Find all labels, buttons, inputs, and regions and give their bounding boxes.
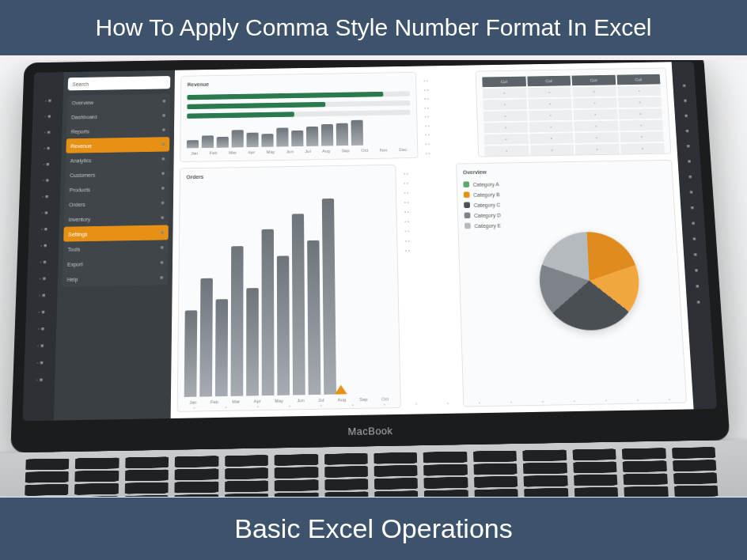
ruler-tick: ◦ ■ <box>36 109 60 123</box>
table-cell: ▫ <box>483 111 528 122</box>
indicator-dot-icon <box>161 246 164 249</box>
data-value: ▫ ▫ <box>405 229 451 236</box>
main-content: Revenue JanFebMarAprMayJunJulAugSepOctNo… <box>171 62 694 418</box>
progress-bar-0 <box>187 91 410 100</box>
data-value: ▫ ▫ <box>404 218 450 226</box>
progress-group <box>187 91 410 119</box>
keyboard-key <box>374 490 418 497</box>
table-cell: ▫ <box>574 121 618 132</box>
sidebar-item-11[interactable]: Export <box>63 255 168 271</box>
sidebar-item-12[interactable]: Help <box>63 270 169 286</box>
legend-item-4: Category E <box>465 222 502 229</box>
legend-swatch-icon <box>464 191 470 198</box>
laptop-mockup: ◦ ■◦ ■◦ ■◦ ■◦ ■◦ ■◦ ■◦ ■◦ ■◦ ■◦ ■◦ ■◦ ■◦… <box>8 60 736 497</box>
sidebar-item-label: Tools <box>68 246 81 252</box>
bar <box>276 128 288 147</box>
data-value: ▫ ▫ <box>425 142 470 149</box>
data-value: ▫ ▫ <box>425 132 470 140</box>
sidebar-item-label: Export <box>67 261 83 267</box>
sidebar-item-4[interactable]: Analytics <box>66 151 169 168</box>
panel-table: ColColColCol▫▫▫▫▫▫▫▫▫▫▫▫▫▫▫▫▫▫▫▫▫▫▫▫ <box>476 68 672 157</box>
ruler-tick: ■ <box>681 174 700 186</box>
revenue-x-labels: JanFebMarAprMayJunJulAugSepOctNovDec <box>187 147 411 155</box>
bar <box>261 134 273 147</box>
x-label: Jan <box>191 151 198 156</box>
data-value: ▫ ▫ <box>404 199 449 207</box>
table-cell: ▫ <box>575 144 620 155</box>
keyboard-key <box>324 479 368 490</box>
orders-bars <box>184 181 394 397</box>
sidebar-item-label: Revenue <box>70 143 92 149</box>
keyboard-key <box>124 495 168 497</box>
indicator-dot-icon <box>162 100 165 103</box>
ruler-tick: ■ <box>688 283 707 296</box>
keyboard-key <box>574 487 618 497</box>
bar <box>307 240 320 395</box>
x-label: Oct <box>361 148 368 153</box>
legend-item-2: Category C <box>464 202 500 208</box>
keyboard-key <box>424 477 468 489</box>
sidebar-item-7[interactable]: Orders <box>64 195 169 212</box>
ruler-tick: ■ <box>683 205 702 217</box>
table-cell: ▫ <box>529 110 573 121</box>
sidebar-item-6[interactable]: Products <box>65 180 169 197</box>
indicator-dot-icon <box>161 202 165 205</box>
sidebar-item-label: Analytics <box>70 157 92 163</box>
footer-banner: Basic Excel Operations <box>0 498 747 560</box>
legend-item-0: Category A <box>463 181 499 187</box>
table-cell: ▫ <box>573 98 617 109</box>
ruler-tick: ▫ <box>510 400 512 405</box>
keyboard-key <box>225 480 268 492</box>
keyboard-key <box>674 485 719 497</box>
ruler-tick: ■ <box>679 143 698 155</box>
sidebar-item-2[interactable]: Reports <box>66 123 170 138</box>
table-cell: ▫ <box>574 109 618 120</box>
x-label: Jul <box>305 149 310 153</box>
ruler-tick: ▫ <box>447 401 449 406</box>
ruler-tick: ◦ ■ <box>33 189 58 202</box>
ruler-tick: ■ <box>675 83 693 95</box>
sidebar-item-10[interactable]: Tools <box>63 240 169 256</box>
table-cell: ▫ <box>529 145 574 156</box>
bar <box>351 120 363 146</box>
sidebar-item-5[interactable]: Customers <box>65 166 169 183</box>
keyboard-key <box>673 472 718 484</box>
ruler-tick: ▫ <box>479 400 480 405</box>
bar <box>215 299 228 396</box>
pie-chart <box>538 231 643 331</box>
ruler-tick: ▫ <box>542 399 544 404</box>
progress-bar-1 <box>187 100 410 109</box>
sidebar-item-label: Orders <box>69 202 85 207</box>
ruler-tick: ▫ <box>384 402 385 407</box>
sidebar-item-9[interactable]: Settings <box>63 225 169 241</box>
x-label: Apr <box>248 150 255 155</box>
sidebar-item-1[interactable]: Dashboard <box>66 108 169 124</box>
keyboard-key <box>573 461 617 473</box>
sidebar-item-3[interactable]: Revenue <box>66 137 169 153</box>
sidebar-item-0[interactable]: Overview <box>67 94 170 110</box>
keyboard-key <box>75 471 119 482</box>
table-cell: ▫ <box>527 87 571 98</box>
sidebar-item-8[interactable]: Inventory <box>64 210 169 227</box>
legend-title: Overview <box>463 169 499 177</box>
keyboard-key <box>125 482 169 494</box>
keyboard-key <box>622 448 666 460</box>
table-header: Col <box>527 76 571 87</box>
ruler-tick: ◦ ■ <box>28 321 54 335</box>
sidebar-item-label: Help <box>67 276 78 282</box>
keyboard-key <box>275 467 318 479</box>
ruler-tick: ◦ ■ <box>32 221 56 235</box>
keyboard-key <box>374 478 418 490</box>
ruler-tick: ▫ <box>320 403 322 408</box>
bar <box>322 199 336 395</box>
keyboard-key <box>374 465 418 477</box>
x-label: Aug <box>322 149 330 153</box>
table-cell: ▫ <box>618 97 662 108</box>
ruler-tick: ▫ <box>257 404 259 409</box>
table-cell: ▫ <box>529 122 573 133</box>
bar <box>187 140 199 148</box>
search-input[interactable]: Search <box>68 76 171 90</box>
keyboard-key <box>574 475 618 486</box>
indicator-dot-icon <box>161 157 165 161</box>
bar <box>291 131 303 147</box>
